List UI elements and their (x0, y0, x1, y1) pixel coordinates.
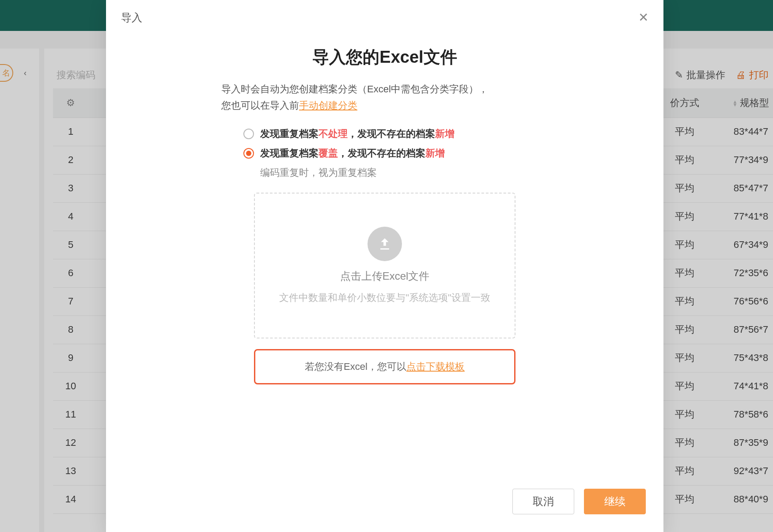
duplicate-options: 发现重复档案不处理，发现不存在的档案新增 发现重复档案覆盖，发现不存在的档案新增… (243, 127, 526, 179)
modal-header: 导入 ✕ (106, 0, 663, 33)
option-overwrite[interactable]: 发现重复档案覆盖，发现不存在的档案新增 (243, 147, 526, 160)
modal-footer: 取消 继续 (512, 489, 646, 514)
import-modal: 导入 ✕ 导入您的Excel文件 导入时会自动为您创建档案分类（Excel中需包… (106, 0, 663, 532)
modal-title: 导入 (121, 11, 142, 25)
template-callout: 若您没有Excel，您可以点击下载模板 (254, 349, 515, 384)
manual-category-link[interactable]: 手动创建分类 (299, 100, 357, 111)
upload-icon (368, 227, 402, 261)
modal-heading: 导入您的Excel文件 (133, 46, 637, 68)
radio-checked-icon (243, 148, 254, 159)
download-template-link[interactable]: 点击下载模板 (406, 361, 465, 372)
continue-button[interactable]: 继续 (584, 489, 646, 514)
option-skip[interactable]: 发现重复档案不处理，发现不存在的档案新增 (243, 127, 526, 141)
modal-description: 导入时会自动为您创建档案分类（Excel中需包含分类字段）， 您也可以在导入前手… (221, 81, 548, 114)
upload-dropzone[interactable]: 点击上传Excel文件 文件中数量和单价小数位要与"系统选项"设置一致 (254, 193, 515, 338)
option-hint: 编码重复时，视为重复档案 (243, 166, 526, 179)
close-icon[interactable]: ✕ (638, 11, 648, 24)
radio-unchecked-icon (243, 129, 254, 139)
upload-hint: 文件中数量和单价小数位要与"系统选项"设置一致 (279, 291, 490, 304)
cancel-button[interactable]: 取消 (512, 489, 574, 514)
upload-title: 点击上传Excel文件 (340, 269, 430, 283)
